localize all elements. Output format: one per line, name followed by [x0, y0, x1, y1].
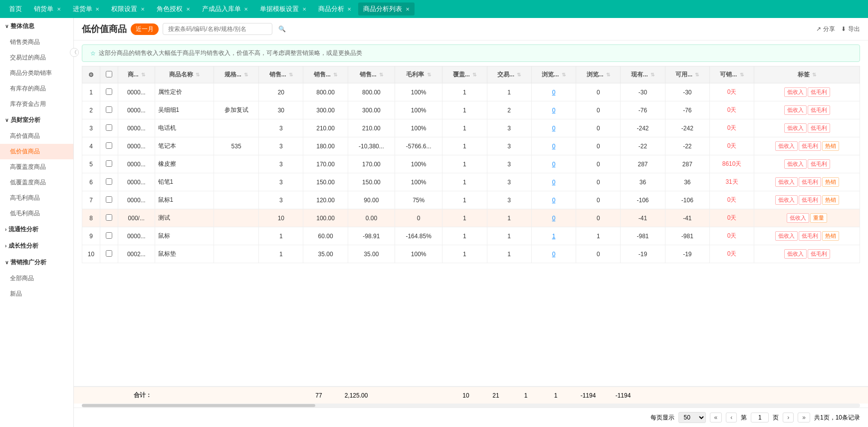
sort-days-icon[interactable]: ⇅: [740, 72, 744, 77]
row-checkbox-cell[interactable]: [100, 191, 118, 209]
sort-margin-icon[interactable]: ⇅: [427, 72, 431, 77]
sidebar-section-overview[interactable]: ∨ 整体信息: [0, 18, 73, 34]
sort-stock2-icon[interactable]: ⇅: [695, 72, 699, 77]
nav-product-analysis-list[interactable]: 商品分析列表 ✕: [358, 2, 415, 15]
sidebar-item-high-coverage[interactable]: 高覆盖度商品: [0, 159, 73, 175]
nav-permissions-close[interactable]: ✕: [141, 6, 145, 12]
row-checkbox-cell[interactable]: [100, 155, 118, 173]
sidebar-item-new-products[interactable]: 新品: [0, 286, 73, 302]
browse-link[interactable]: 0: [552, 89, 556, 96]
scrollbar-thumb[interactable]: [82, 404, 315, 407]
sort-s2-icon[interactable]: ⇅: [333, 72, 337, 77]
row-checkbox-cell[interactable]: [100, 101, 118, 119]
nav-product-analysis-list-close[interactable]: ✕: [406, 6, 410, 12]
search-input[interactable]: [163, 23, 272, 35]
nav-roles[interactable]: 角色授权 ✕: [152, 2, 195, 15]
row-browse1[interactable]: 0: [531, 191, 576, 209]
nav-product-inbound[interactable]: 产成品入库单 ✕: [197, 2, 253, 15]
row-checkbox[interactable]: [106, 106, 112, 113]
row-checkbox-cell[interactable]: [100, 209, 118, 227]
sort-stock1-icon[interactable]: ⇅: [651, 72, 654, 77]
browse-link[interactable]: 0: [552, 215, 556, 222]
sidebar-section-liquidity[interactable]: › 流通性分析: [0, 221, 73, 238]
sort-cov-icon[interactable]: ⇅: [472, 72, 476, 77]
nav-sales[interactable]: 销货单 ✕: [29, 2, 66, 15]
sort-spec-icon[interactable]: ⇅: [244, 72, 248, 77]
nav-product-inbound-close[interactable]: ✕: [244, 6, 248, 12]
sort-tags-icon[interactable]: ⇅: [812, 72, 816, 77]
browse-link[interactable]: 0: [552, 125, 556, 132]
row-checkbox-cell[interactable]: [100, 227, 118, 245]
nav-product-analysis[interactable]: 商品分析 ✕: [313, 2, 357, 15]
select-all-checkbox[interactable]: [106, 71, 112, 77]
search-icon[interactable]: 🔍: [278, 25, 286, 32]
settings-icon[interactable]: ⚙: [88, 71, 94, 78]
export-button[interactable]: ⬇ 导出: [841, 25, 860, 33]
row-checkbox-cell[interactable]: [100, 245, 118, 263]
row-browse1[interactable]: 0: [531, 83, 576, 101]
col-settings[interactable]: ⚙: [82, 66, 100, 83]
sort-name-icon[interactable]: ⇅: [196, 72, 200, 77]
page-number-input[interactable]: [751, 413, 769, 423]
sidebar-section-growth[interactable]: › 成长性分析: [0, 238, 73, 254]
sort-code-icon[interactable]: ⇅: [141, 72, 145, 77]
sidebar-item-high-margin[interactable]: 高毛利商品: [0, 190, 73, 206]
filter-recent-month[interactable]: 近一月: [131, 23, 159, 35]
sidebar-item-sales-products[interactable]: 销售类商品: [0, 34, 73, 50]
row-browse1[interactable]: 0: [531, 209, 576, 227]
sidebar-item-high-value[interactable]: 高价值商品: [0, 128, 73, 144]
row-checkbox[interactable]: [106, 88, 112, 95]
row-browse1[interactable]: 1: [531, 227, 576, 245]
prev-page-button[interactable]: ‹: [726, 413, 737, 423]
sort-trade-icon[interactable]: ⇅: [517, 72, 521, 77]
row-checkbox[interactable]: [106, 232, 112, 239]
sidebar-section-financial[interactable]: ∨ 员财室分析: [0, 112, 73, 128]
sidebar-item-category-rate[interactable]: 商品分类助销率: [0, 65, 73, 81]
browse-link[interactable]: 0: [552, 143, 556, 150]
row-checkbox-cell[interactable]: [100, 83, 118, 101]
first-page-button[interactable]: «: [710, 413, 722, 423]
row-checkbox[interactable]: [106, 142, 112, 149]
browse-link[interactable]: 0: [552, 161, 556, 168]
sidebar-item-inventory-products[interactable]: 有库存的商品: [0, 81, 73, 96]
nav-permissions[interactable]: 权限设置 ✕: [106, 2, 150, 15]
next-page-button[interactable]: ›: [783, 413, 794, 423]
sort-s1-icon[interactable]: ⇅: [289, 72, 293, 77]
nav-purchase-close[interactable]: ✕: [95, 6, 99, 12]
row-checkbox[interactable]: [106, 214, 112, 221]
nav-product-analysis-close[interactable]: ✕: [347, 6, 351, 12]
browse-link[interactable]: 0: [552, 251, 556, 258]
nav-sales-close[interactable]: ✕: [57, 6, 61, 12]
sidebar-collapse-button[interactable]: 《: [70, 48, 79, 57]
sidebar-item-low-margin[interactable]: 低毛利商品: [0, 206, 73, 221]
horizontal-scrollbar[interactable]: [82, 404, 860, 408]
sidebar-item-traded-products[interactable]: 交易过的商品: [0, 50, 73, 65]
row-browse1[interactable]: 0: [531, 173, 576, 191]
sidebar-item-low-value[interactable]: 低价值商品: [0, 144, 73, 159]
row-checkbox[interactable]: [106, 160, 112, 167]
row-browse1[interactable]: 0: [531, 245, 576, 263]
per-page-select[interactable]: 50 100 200: [678, 412, 706, 423]
row-checkbox[interactable]: [106, 196, 112, 203]
sidebar-item-inventory-capital[interactable]: 库存资金占用: [0, 96, 73, 112]
row-checkbox[interactable]: [106, 178, 112, 185]
row-browse1[interactable]: 0: [531, 101, 576, 119]
row-browse1[interactable]: 0: [531, 137, 576, 155]
row-browse1[interactable]: 0: [531, 119, 576, 137]
row-checkbox[interactable]: [106, 124, 112, 131]
browse-link[interactable]: 0: [552, 197, 556, 204]
row-checkbox-cell[interactable]: [100, 173, 118, 191]
row-browse1[interactable]: 0: [531, 155, 576, 173]
sort-browse1-icon[interactable]: ⇅: [562, 72, 566, 77]
sort-browse2-icon[interactable]: ⇅: [606, 72, 610, 77]
browse-link[interactable]: 1: [552, 233, 556, 240]
share-button[interactable]: ↗ 分享: [816, 25, 835, 33]
nav-template[interactable]: 单据模板设置 ✕: [255, 2, 311, 15]
col-checkbox[interactable]: [100, 66, 118, 83]
sidebar-item-low-coverage[interactable]: 低覆盖度商品: [0, 175, 73, 190]
sort-s3-icon[interactable]: ⇅: [379, 72, 383, 77]
nav-roles-close[interactable]: ✕: [186, 6, 190, 12]
row-checkbox-cell[interactable]: [100, 137, 118, 155]
browse-link[interactable]: 0: [552, 107, 556, 114]
sidebar-item-all-products[interactable]: 全部商品: [0, 271, 73, 286]
